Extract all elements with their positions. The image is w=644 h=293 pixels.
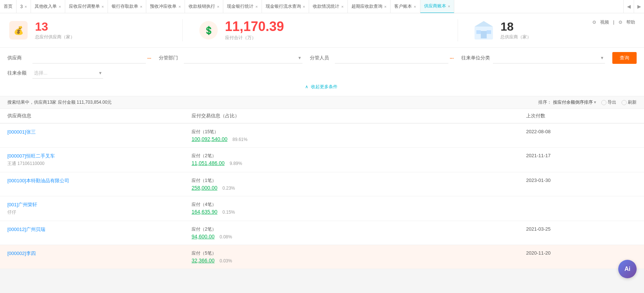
transaction-amount-5[interactable]: 32,366.00 [192, 258, 214, 263]
transaction-info-2: 应付（1笔） 258,000.00 0.23% [192, 177, 526, 191]
sort-select[interactable]: 按应付余额倒序排序 [553, 100, 593, 105]
nav-tab-cash-flow-label: 现金银行流水查询 [266, 3, 301, 10]
nav-tab-bank-deposit[interactable]: 银行存取款单 × [108, 0, 146, 13]
nav-next-button[interactable]: ▶ [634, 0, 644, 13]
transaction-amount-4[interactable]: 94,600.00 [192, 234, 214, 239]
col-header-supplier: 供应商信息 [7, 113, 192, 119]
nav-tab-collection[interactable]: 收款核销执行 × [185, 0, 223, 13]
transaction-info-5: 应付（5笔） 32,366.00 0.03% [192, 250, 526, 263]
svg-rect-8 [487, 30, 491, 34]
total-icon: 💲 [197, 19, 220, 41]
transaction-label-2: 应付（1笔） [192, 177, 526, 184]
stat-block-suppliers-payable: 💰 13 总应付供应商（家） [7, 19, 183, 41]
nav-prev-button[interactable]: ◀ [623, 0, 634, 13]
supplier-contact-1: 王通 17106110000 [7, 161, 192, 167]
last-payment-1: 2021-11-17 [526, 153, 637, 158]
stat2-label: 应付合计（万） [225, 35, 284, 41]
category-select[interactable]: ▾ [493, 52, 605, 63]
shop-icon [473, 19, 495, 41]
filter-category: 往来单位分类 ▾ [461, 52, 605, 63]
supplier-link-5[interactable]: [000002]李四 [7, 251, 36, 256]
export-label: 导出 [608, 99, 616, 106]
transaction-pct-2: 0.23% [223, 186, 235, 191]
nav-tab-3[interactable]: 3 × [17, 0, 31, 13]
supplier-link-0[interactable]: [000001]张三 [7, 129, 36, 135]
search-button[interactable]: 查询 [612, 52, 637, 64]
nav-tab-prepay[interactable]: 预收冲应收单 × [146, 0, 185, 13]
category-label: 往来单位分类 [461, 55, 490, 61]
close-icon[interactable]: × [414, 4, 416, 9]
transaction-amount-1[interactable]: 11,051,486.00 [192, 160, 225, 166]
help-link[interactable]: 帮助 [626, 20, 635, 25]
table-row: [000007]恒旺二手叉车 王通 17106110000 应付（2笔） 11,… [0, 148, 644, 172]
person-input[interactable] [335, 52, 448, 63]
balance-select[interactable]: 选择... ▾ [32, 68, 103, 79]
nav-tab-other-income[interactable]: 其他收入单 × [31, 0, 65, 13]
close-icon[interactable]: × [25, 4, 27, 9]
supplier-info-0: [000001]张三 [7, 129, 192, 137]
nav-tab-cash-flow[interactable]: 现金银行流水查询 × [262, 0, 309, 13]
close-icon[interactable]: × [59, 4, 61, 9]
nav-tab-customer-ledger-label: 客户账本 [394, 3, 412, 10]
last-payment-0: 2022-08-08 [526, 129, 637, 134]
nav-tab-collection-stats-label: 收款情况统计 [313, 3, 339, 10]
supplier-link-2[interactable]: [000100]本特勤油品有限公司 [7, 178, 69, 183]
nav-tab-customer-ledger[interactable]: 客户账本 × [391, 0, 420, 13]
supplier-link-3[interactable]: [001]广州荣轩 [7, 202, 37, 207]
close-icon[interactable]: × [140, 4, 142, 9]
supplier-link-4[interactable]: [000012]广州贝瑞 [7, 227, 45, 232]
close-icon[interactable]: × [341, 4, 343, 9]
close-icon[interactable]: × [217, 4, 219, 9]
filter-person: 分管人员 ··· [310, 52, 454, 63]
supplier-link-1[interactable]: [000007]恒旺二手叉车 [7, 153, 55, 159]
dept-select[interactable]: ▾ [184, 52, 303, 63]
collapse-button[interactable]: ∧ 收起更多条件 [7, 82, 637, 92]
refresh-icon [622, 100, 627, 105]
close-icon[interactable]: × [178, 4, 181, 9]
stats-header: 💰 13 总应付供应商（家） 💲 11,170.39 应付合计（万） [0, 13, 644, 48]
transaction-amount-2[interactable]: 258,000.00 [192, 185, 217, 191]
table-row: [000100]本特勤油品有限公司 应付（1笔） 258,000.00 0.23… [0, 172, 644, 196]
refresh-button[interactable]: 刷新 [622, 99, 637, 106]
close-icon[interactable]: × [303, 4, 305, 9]
table-row: [000012]广州贝瑞 应付（2笔） 94,600.00 0.08% 2021… [0, 221, 644, 245]
stat2-number: 11,170.39 [225, 20, 284, 33]
supplier-contact-3: 仔仔 [7, 209, 192, 216]
nav-tab-collection-stats[interactable]: 收款情况统计 × [309, 0, 347, 13]
nav-tab-home-label: 首页 [4, 3, 13, 10]
close-icon[interactable]: × [255, 4, 258, 9]
last-payment-5: 2020-11-20 [526, 250, 637, 256]
nav-tab-supplier-ledger[interactable]: 供应商账本 × [420, 0, 454, 13]
nav-tab-ar-ap-adjust[interactable]: 应收应付调整单 × [65, 0, 108, 13]
nav-tab-cash-bank-stats[interactable]: 现金银行统计 × [223, 0, 262, 13]
nav-tab-3-label: 3 [20, 4, 23, 9]
header-links: ⊙ 视频 | ⊙ 帮助 [591, 19, 637, 25]
stat1-number: 13 [35, 21, 75, 32]
svg-rect-7 [476, 30, 481, 34]
balance-arrow-icon: ▾ [99, 70, 102, 76]
export-icon [601, 100, 606, 105]
transaction-amount-0[interactable]: 100,092,540.00 [192, 136, 227, 142]
transaction-info-3: 应付（4笔） 164,635.90 0.15% [192, 201, 526, 215]
transaction-label-1: 应付（2笔） [192, 153, 526, 159]
transaction-amount-3[interactable]: 164,635.90 [192, 209, 217, 215]
close-icon[interactable]: × [384, 4, 386, 9]
nav-tab-cash-bank-stats-label: 现金银行统计 [227, 3, 253, 10]
circle-icon2: ⊙ [619, 20, 622, 25]
stat1-content: 13 总应付供应商（家） [35, 21, 75, 40]
supplier-dots-icon[interactable]: ··· [147, 55, 151, 61]
nav-tab-home[interactable]: 首页 [0, 0, 17, 13]
close-icon[interactable]: × [448, 4, 450, 8]
person-dots-icon[interactable]: ··· [450, 55, 454, 61]
export-button[interactable]: 导出 [601, 99, 616, 106]
stat1-label: 总应付供应商（家） [35, 34, 75, 40]
collapse-chevron-icon: ∧ [305, 84, 308, 89]
transaction-pct-4: 0.08% [220, 234, 232, 239]
nav-tab-overdue[interactable]: 超期应收款查询 × [348, 0, 391, 13]
transaction-label-5: 应付（5笔） [192, 250, 526, 256]
close-icon[interactable]: × [102, 4, 104, 9]
video-link[interactable]: 视频 [600, 20, 609, 25]
transaction-pct-0: 89.61% [232, 137, 248, 142]
separator: | [613, 20, 615, 25]
supplier-input[interactable] [32, 52, 146, 63]
